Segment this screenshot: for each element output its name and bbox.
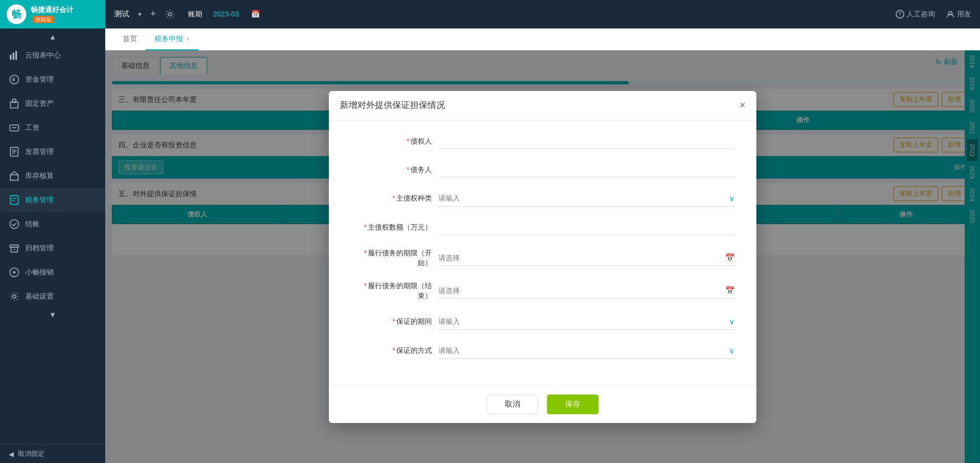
cancel-button[interactable]: 取消 bbox=[487, 395, 538, 414]
period-value: 2023-03 bbox=[213, 10, 240, 18]
sidebar-item-jiezhang[interactable]: 结账 bbox=[0, 212, 105, 236]
company-name: 测试 bbox=[114, 9, 129, 19]
sidebar-item-jichushezhi[interactable]: 基础设置 bbox=[0, 284, 105, 308]
claim-type-input[interactable] bbox=[438, 194, 729, 202]
chart-icon bbox=[9, 50, 20, 61]
unpin-icon: ◀ bbox=[9, 450, 14, 458]
modal-dialog: 新增对外提供保证担保情况 × *债权人 bbox=[329, 91, 756, 423]
sidebar-item-gudingzichan[interactable]: 固定资产 bbox=[0, 92, 105, 116]
guarantee-period-input[interactable] bbox=[438, 317, 729, 325]
guarantee-method-input[interactable] bbox=[438, 346, 729, 355]
topbar-right: ? 人工咨询 用友 bbox=[896, 9, 971, 19]
modal-body: *债权人 *债务人 bbox=[329, 121, 756, 385]
claim-type-arrow-icon: ∨ bbox=[729, 194, 734, 203]
period-end-picker[interactable]: 📅 bbox=[438, 283, 734, 299]
svg-point-22 bbox=[13, 295, 16, 298]
field-guarantee-method: *保证的方式 ∨ bbox=[351, 343, 734, 359]
logo: 畅 畅捷通好会计 旗舰版 bbox=[0, 0, 105, 28]
svg-text:?: ? bbox=[898, 12, 902, 18]
sidebar-item-yunbao[interactable]: 云报表中心 bbox=[0, 43, 105, 67]
topbar: 测试 ▾ + 账期 2023-03 📅 ? 人工咨询 用友 bbox=[105, 0, 980, 28]
period-start-picker[interactable]: 📅 bbox=[438, 250, 734, 266]
help-button[interactable]: ? 人工咨询 bbox=[896, 9, 935, 19]
logo-text: 畅捷通好会计 旗舰版 bbox=[31, 5, 73, 24]
svg-point-17 bbox=[10, 220, 19, 228]
unpin-label: 取消固定 bbox=[18, 449, 44, 459]
sidebar-item-gongzi[interactable]: 工资 bbox=[0, 116, 105, 140]
claim-amount-input[interactable] bbox=[438, 220, 734, 235]
sidebar-item-shuiwu[interactable]: 税务管理 bbox=[0, 188, 105, 212]
sidebar-item-zijin[interactable]: ¥ 资金管理 bbox=[0, 67, 105, 92]
sidebar-scroll-up[interactable]: ▲ bbox=[0, 31, 105, 43]
check-icon bbox=[9, 219, 20, 230]
main-area: 测试 ▾ + 账期 2023-03 📅 ? 人工咨询 用友 首页 bbox=[105, 0, 980, 463]
field-claim-type-label: *主债权种类 bbox=[351, 193, 438, 203]
debtor-input[interactable] bbox=[438, 162, 734, 178]
sidebar-item-fapiao[interactable]: 发票管理 bbox=[0, 140, 105, 164]
tab-shuiwu[interactable]: 税务申报 × bbox=[146, 28, 198, 50]
modal-footer: 取消 保存 bbox=[329, 385, 756, 423]
tab-close-icon[interactable]: × bbox=[186, 36, 190, 42]
money-icon: ¥ bbox=[9, 74, 20, 85]
period-calendar-icon[interactable]: 📅 bbox=[251, 10, 260, 18]
settings-gear-icon[interactable] bbox=[165, 9, 175, 19]
box-icon bbox=[9, 170, 20, 181]
field-period-end-label: *履行债务的期限（结束） bbox=[351, 281, 438, 301]
modal-title: 新增对外提供保证担保情况 bbox=[340, 100, 445, 111]
save-button[interactable]: 保存 bbox=[547, 395, 599, 414]
guarantee-period-select[interactable]: ∨ bbox=[438, 314, 734, 330]
sidebar-item-label: 发票管理 bbox=[25, 147, 54, 157]
creditor-input[interactable] bbox=[438, 134, 734, 149]
svg-text:¥: ¥ bbox=[12, 77, 15, 83]
page-content: ↻ 刷新 基础信息 其他信息 三、有限责任公司本年度 复制上年度 bbox=[105, 50, 980, 463]
guarantee-method-arrow-icon: ∨ bbox=[729, 346, 734, 355]
sidebar-item-label: 固定资产 bbox=[25, 99, 54, 108]
sidebar-item-label: 归档管理 bbox=[25, 243, 54, 253]
period-label: 账期 bbox=[188, 9, 202, 19]
calendar-start-icon: 📅 bbox=[725, 253, 734, 262]
field-claim-type: *主债权种类 ∨ bbox=[351, 191, 734, 207]
svg-rect-1 bbox=[13, 53, 14, 60]
field-period-end: *履行债务的期限（结束） 📅 bbox=[351, 281, 734, 301]
sidebar-item-label: 库存核算 bbox=[25, 171, 54, 181]
field-claim-amount-label: *主债权数额（万元） bbox=[351, 222, 438, 232]
sidebar-item-label: 工资 bbox=[25, 123, 39, 133]
invoice-icon bbox=[9, 146, 20, 157]
logo-icon: 畅 bbox=[7, 4, 26, 24]
sidebar-scroll-down[interactable]: ▼ bbox=[0, 308, 105, 321]
user-button[interactable]: 用友 bbox=[946, 9, 971, 19]
sidebar-item-xiaochang[interactable]: 小畅报销 bbox=[0, 260, 105, 284]
sidebar-item-label: 结账 bbox=[25, 219, 39, 229]
sidebar-item-label: 小畅报销 bbox=[25, 267, 54, 277]
add-company-button[interactable]: + bbox=[150, 8, 156, 20]
period-end-input[interactable] bbox=[438, 287, 725, 295]
sidebar-item-label: 基础设置 bbox=[25, 291, 54, 301]
settings-icon bbox=[9, 291, 20, 302]
sidebar-unpin[interactable]: ◀ 取消固定 bbox=[0, 444, 105, 463]
calendar-end-icon: 📅 bbox=[725, 286, 734, 295]
field-claim-amount: *主债权数额（万元） bbox=[351, 220, 734, 235]
modal-overlay: 新增对外提供保证担保情况 × *债权人 bbox=[105, 50, 980, 463]
field-period-start-label: *履行债务的期限（开始） bbox=[351, 248, 438, 268]
field-guarantee-method-label: *保证的方式 bbox=[351, 346, 438, 356]
svg-point-23 bbox=[168, 13, 172, 16]
tab-home[interactable]: 首页 bbox=[114, 28, 146, 50]
svg-rect-13 bbox=[10, 175, 18, 180]
period-start-input[interactable] bbox=[438, 254, 725, 262]
field-guarantee-period-label: *保证的期间 bbox=[351, 317, 438, 327]
sidebar-item-guidang[interactable]: 归档管理 bbox=[0, 236, 105, 260]
field-creditor: *债权人 bbox=[351, 134, 734, 149]
guarantee-method-select[interactable]: ∨ bbox=[438, 343, 734, 359]
archive-icon bbox=[9, 243, 20, 254]
sidebar-item-kucun[interactable]: 库存核算 bbox=[0, 164, 105, 188]
sidebar: 畅 畅捷通好会计 旗舰版 ▲ 云报表中心 ¥ 资金管理 bbox=[0, 0, 105, 463]
field-creditor-label: *债权人 bbox=[351, 136, 438, 146]
claim-type-select[interactable]: ∨ bbox=[438, 191, 734, 207]
svg-rect-14 bbox=[10, 196, 18, 204]
field-period-start: *履行债务的期限（开始） 📅 bbox=[351, 248, 734, 268]
modal-close-button[interactable]: × bbox=[739, 100, 745, 110]
sidebar-item-label: 云报表中心 bbox=[25, 50, 61, 60]
wage-icon bbox=[9, 122, 20, 133]
company-dropdown-icon[interactable]: ▾ bbox=[138, 10, 141, 18]
sidebar-nav: ▲ 云报表中心 ¥ 资金管理 固定资产 bbox=[0, 28, 105, 444]
